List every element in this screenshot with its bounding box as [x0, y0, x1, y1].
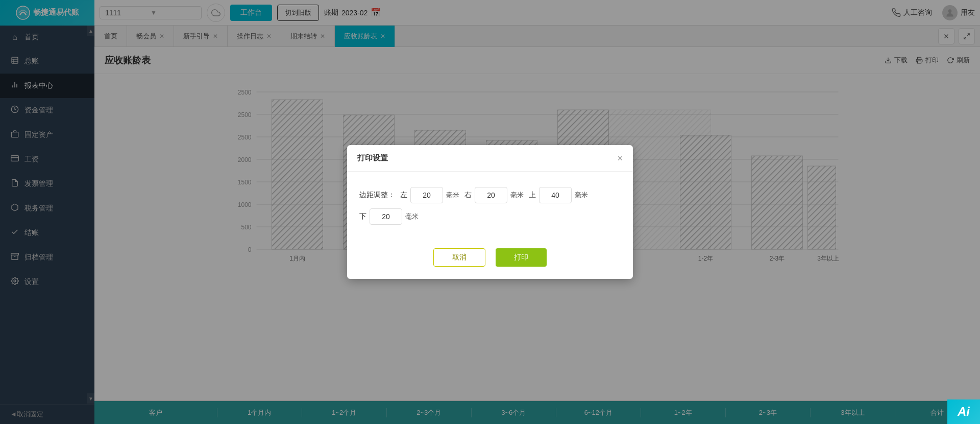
confirm-print-button[interactable]: 打印 [496, 248, 547, 267]
modal-title: 打印设置 [357, 153, 388, 163]
bottom-label: 下 [359, 212, 366, 221]
margin-left-group: 左 毫米 [400, 187, 459, 203]
modal-close-icon[interactable]: × [617, 154, 623, 163]
cancel-button[interactable]: 取消 [433, 248, 485, 267]
margin-right-group: 右 毫米 [464, 187, 524, 203]
modal-footer: 取消 打印 [347, 240, 633, 279]
margin-top-group: 上 毫米 [529, 187, 588, 203]
right-margin-input[interactable] [475, 187, 507, 203]
top-margin-input[interactable] [539, 187, 572, 203]
top-label: 上 [529, 191, 536, 200]
right-unit: 毫米 [510, 191, 524, 200]
top-unit: 毫米 [575, 191, 588, 200]
margin-bottom-group: 下 毫米 [359, 208, 419, 225]
ai-badge[interactable]: Ai [947, 399, 980, 424]
modal-overlay[interactable]: 打印设置 × 边距调整： 左 毫米 右 毫米 上 毫米 [0, 0, 980, 424]
modal-body: 边距调整： 左 毫米 右 毫米 上 毫米 下 [347, 172, 633, 240]
right-label: 右 [464, 191, 472, 200]
margin-adjust-label: 边距调整： [359, 191, 395, 200]
left-unit: 毫米 [446, 191, 459, 200]
bottom-unit: 毫米 [405, 212, 419, 221]
left-margin-input[interactable] [410, 187, 443, 203]
margin-row: 边距调整： 左 毫米 右 毫米 上 毫米 下 [359, 187, 621, 225]
bottom-margin-input[interactable] [370, 208, 402, 225]
left-label: 左 [400, 191, 407, 200]
print-settings-modal: 打印设置 × 边距调整： 左 毫米 右 毫米 上 毫米 [347, 145, 633, 279]
modal-header: 打印设置 × [347, 145, 633, 172]
ai-badge-label: Ai [958, 405, 970, 418]
